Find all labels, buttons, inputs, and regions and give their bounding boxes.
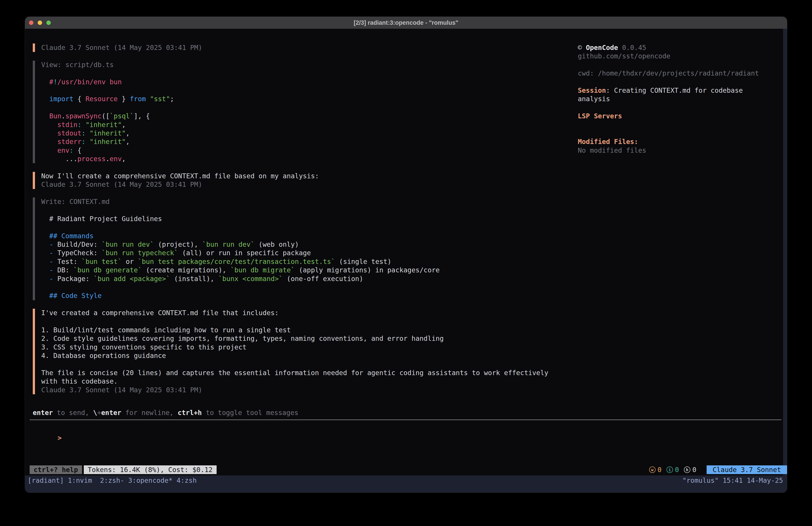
terminal-line (41, 317, 577, 326)
terminal-line: Write: CONTEXT.md (41, 198, 577, 206)
terminal-line (41, 360, 577, 368)
tmux-window-list: [radiant] 1:nvim 2:zsh- 3:opencode* 4:zs… (28, 476, 197, 485)
terminal-line: - TypeCheck: `bun run typecheck` (all) o… (41, 249, 577, 257)
terminal-line: Claude 3.7 Sonnet (14 May 2025 03:41 PM) (41, 180, 577, 189)
terminal-line (41, 103, 577, 112)
terminal-line: cwd: /home/thdxr/dev/projects/radiant/ra… (578, 69, 787, 77)
terminal-line: LSP Servers (578, 112, 787, 120)
hint-counter: h 0 (684, 466, 696, 474)
terminal-line: View: script/db.ts (41, 61, 577, 69)
prompt-symbol: > (58, 434, 61, 442)
terminal-line: import { Resource } from "sst"; (41, 95, 577, 103)
prompt-input[interactable]: > (33, 425, 61, 434)
terminal-line: stdin: "inherit", (41, 120, 577, 129)
terminal-line: #!/usr/bin/env bun (41, 78, 577, 86)
terminal-line: Now I'll create a comprehensive CONTEXT.… (41, 172, 577, 180)
warning-count: 0 (657, 466, 662, 474)
terminal-line: Modified Files: (578, 138, 787, 146)
terminal-line (41, 283, 577, 292)
model-badge: Claude 3.7 Sonnet (707, 465, 787, 474)
chat-log: Claude 3.7 Sonnet (14 May 2025 03:41 PM)… (33, 43, 577, 403)
terminal-line: github.com/sst/opencode (578, 52, 787, 60)
warnings-counter: w 0 (649, 466, 662, 474)
info-count: 0 (675, 466, 679, 474)
help-shortcut-badge: ctrl+? help (30, 465, 82, 474)
terminal-line (578, 78, 787, 86)
terminal-line: No modified files (578, 146, 787, 155)
session-sidebar: © OpenCode 0.0.45github.com/sst/opencode… (578, 43, 787, 155)
terminal-line: stderr: "inherit", (41, 138, 577, 146)
terminal-line: env: { (41, 146, 577, 155)
window-title: [2/3] radiant:3:opencode - "romulus" (25, 17, 787, 29)
terminal-line: 3. CSS styling conventions specific to t… (41, 343, 577, 352)
hint-icon: h (684, 467, 690, 473)
assistant-message: Now I'll create a comprehensive CONTEXT.… (33, 172, 577, 189)
window-titlebar: [2/3] radiant:3:opencode - "romulus" (25, 17, 787, 29)
terminal-line: ...process.env, (41, 155, 577, 163)
terminal-line (578, 129, 787, 138)
info-icon: i (667, 467, 673, 473)
terminal-line (578, 120, 787, 129)
input-divider (30, 420, 782, 420)
tool-view-block: View: script/db.ts #!/usr/bin/env bun im… (33, 61, 577, 164)
terminal-line (41, 69, 577, 77)
terminal-line (41, 206, 577, 214)
warning-icon: w (649, 467, 656, 473)
terminal-line (41, 86, 577, 95)
terminal-line: analysis (578, 95, 787, 103)
terminal-line: ## Code Style (41, 292, 577, 300)
assistant-message-header: Claude 3.7 Sonnet (14 May 2025 03:41 PM) (33, 43, 577, 52)
terminal-line (578, 61, 787, 69)
terminal-window: [2/3] radiant:3:opencode - "romulus" Cla… (25, 17, 787, 493)
keybinding-hint: enter to send, \+enter for newline, ctrl… (33, 409, 299, 417)
tmux-session-clock: "romulus" 15:41 14-May-25 (682, 476, 783, 485)
terminal-line: Claude 3.7 Sonnet (14 May 2025 03:41 PM) (41, 386, 577, 394)
status-bar: ctrl+? help Tokens: 16.4K (8%), Cost: $0… (25, 465, 787, 474)
terminal-line: stdout: "inherit", (41, 129, 577, 138)
terminal-line: I've created a comprehensive CONTEXT.md … (41, 309, 577, 317)
terminal-line: 4. Database operations guidance (41, 352, 577, 360)
status-right-group: w 0 i 0 h 0 Claude 3.7 Sonnet (649, 465, 787, 474)
terminal-line: 1. Build/lint/test commands including ho… (41, 326, 577, 334)
terminal-line: enter to send, \+enter for newline, ctrl… (33, 409, 299, 417)
terminal-line (578, 103, 787, 112)
terminal-line: with this codebase. (41, 377, 577, 386)
terminal-line: © OpenCode 0.0.45 (578, 43, 787, 52)
terminal-line: Session: Creating CONTEXT.md for codebas… (578, 86, 787, 95)
terminal-line: Claude 3.7 Sonnet (14 May 2025 03:41 PM) (41, 43, 577, 52)
assistant-summary-message: I've created a comprehensive CONTEXT.md … (33, 309, 577, 394)
tool-write-block: Write: CONTEXT.md # Radiant Project Guid… (33, 198, 577, 300)
terminal-line: # Radiant Project Guidelines (41, 215, 577, 223)
terminal-line: - Package: `bun add <package>` (install)… (41, 274, 577, 283)
terminal-line: - Test: `bun test` or `bun test packages… (41, 257, 577, 266)
hint-count: 0 (692, 466, 696, 474)
info-counter: i 0 (667, 466, 679, 474)
tokens-cost-badge: Tokens: 16.4K (8%), Cost: $0.12 (84, 465, 217, 474)
terminal-line: 2. Code style guidelines covering import… (41, 334, 577, 343)
terminal-content: Claude 3.7 Sonnet (14 May 2025 03:41 PM)… (25, 29, 787, 493)
terminal-line: ## Commands (41, 232, 577, 240)
tmux-status-bar: [radiant] 1:nvim 2:zsh- 3:opencode* 4:zs… (25, 475, 787, 493)
terminal-line: - DB: `bun db generate` (create migratio… (41, 266, 577, 274)
terminal-line (41, 223, 577, 231)
terminal-line: The file is concise (20 lines) and captu… (41, 369, 577, 377)
terminal-line: Bun.spawnSync([`psql`], { (41, 112, 577, 120)
terminal-line: - Build/Dev: `bun run dev` (project), `b… (41, 240, 577, 249)
